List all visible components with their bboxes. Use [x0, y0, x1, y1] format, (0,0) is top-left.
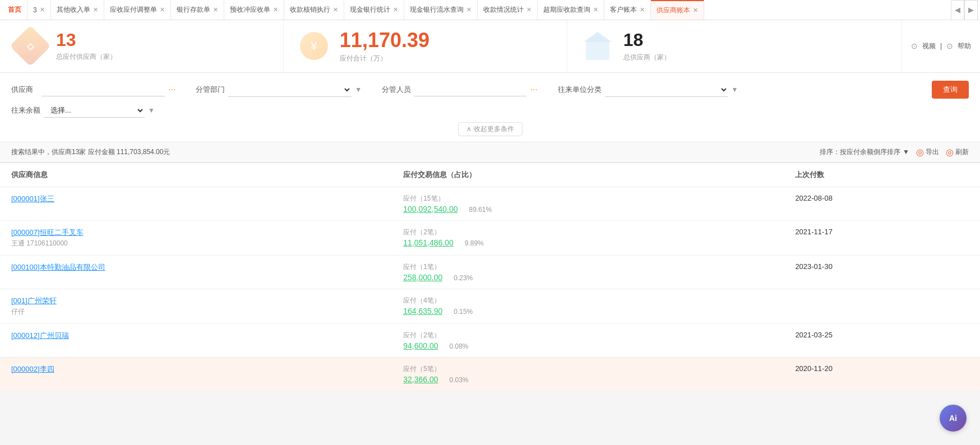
filter-row-2: 往来余额 选择... ▼	[11, 103, 969, 118]
nav-tab-cash-stat[interactable]: 现金银行统计 ✕	[344, 0, 404, 20]
supplier-dots-icon[interactable]: ···	[168, 85, 175, 95]
close-icon[interactable]: ✕	[273, 6, 278, 13]
payable-total-label: 应付合计（万）	[340, 54, 429, 63]
store-body	[586, 42, 609, 60]
total-payable-suppliers-number: 13	[56, 30, 117, 50]
nav-tab-customer-label: 客户账本	[610, 5, 637, 15]
nav-tab-ar-ap[interactable]: 应收应付调整单 ✕	[104, 0, 171, 20]
refresh-button[interactable]: ◎ 刷新	[946, 147, 969, 157]
nav-tab-overdue-label: 超期应收款查询	[543, 5, 590, 15]
nav-tab-receipt-verify[interactable]: 收款核销执行 ✕	[284, 0, 344, 20]
filter-dept: 分管部门 ▼	[196, 82, 362, 97]
nav-next-arrow[interactable]: ▶	[964, 0, 978, 20]
tx-info-cell: 应付（5笔）32,366.000.03%	[392, 357, 784, 391]
close-icon[interactable]: ✕	[213, 6, 218, 13]
table-row: [000100]本特勤油品有限公司应付（1笔）258,000.000.23%20…	[0, 255, 980, 289]
nav-tab-prepay[interactable]: 预收冲应收单 ✕	[224, 0, 284, 20]
tx-info-cell: 应付（15笔）100,092,540.0089.61%	[392, 187, 784, 220]
diamond-inner: ◇	[27, 41, 34, 52]
sort-button[interactable]: 排序：按应付余额倒序排序 ▼	[820, 147, 909, 157]
tx-amount[interactable]: 32,366.00	[403, 375, 438, 384]
person-dots-icon[interactable]: ···	[530, 85, 537, 95]
close-icon[interactable]: ✕	[526, 6, 531, 13]
nav-tab-3[interactable]: 3 ✕	[27, 0, 51, 20]
tx-amount[interactable]: 94,600.00	[403, 341, 438, 350]
supplier-link[interactable]: [000001]张三	[11, 194, 54, 203]
tx-percentage: 0.08%	[445, 342, 468, 350]
nav-prev-arrow[interactable]: ◀	[951, 0, 964, 20]
dept-select[interactable]	[228, 82, 352, 97]
close-icon[interactable]: ✕	[333, 6, 338, 13]
tx-info-cell: 应付（4笔）164,635.900.15%	[392, 289, 784, 323]
nav-tab-home[interactable]: 首页	[2, 0, 27, 20]
filter-row-1: 供应商 ··· 分管部门 ▼ 分管人员 ··· 往来单位分类 ▼ 查询	[11, 81, 969, 99]
close-icon[interactable]: ✕	[466, 6, 471, 13]
supplier-link[interactable]: [000007]恒旺二手叉车	[11, 228, 84, 237]
tx-info-cell: 应付（2笔）11,051,486.009.89%	[392, 220, 784, 255]
supplier-link[interactable]: [000100]本特勤油品有限公司	[11, 263, 105, 271]
person-input[interactable]	[414, 83, 526, 96]
video-link[interactable]: 视频	[922, 41, 936, 51]
th-supplier-info: 供应商信息	[0, 163, 392, 187]
supplier-sub-info: 王通 17106110000	[11, 239, 381, 248]
collapse-button[interactable]: ∧ 收起更多条件	[458, 122, 523, 136]
tx-amount[interactable]: 164,635.90	[403, 307, 442, 316]
nav-tab-cash-query-label: 现金银行流水查询	[410, 5, 464, 15]
query-button[interactable]: 查询	[932, 81, 969, 99]
th-tx-info: 应付交易信息（占比）	[392, 163, 784, 187]
supplier-link[interactable]: [000002]李四	[11, 365, 54, 373]
nav-tab-cash-query[interactable]: 现金银行流水查询 ✕	[404, 0, 478, 20]
tx-amount[interactable]: 100,092,540.00	[403, 205, 457, 214]
filter-balance: 往来余额 选择... ▼	[11, 103, 155, 118]
tx-percentage: 89.61%	[465, 206, 492, 214]
last-pay-cell: 2022-08-08	[784, 187, 980, 220]
close-icon[interactable]: ✕	[40, 6, 45, 13]
close-icon[interactable]: ✕	[393, 6, 398, 13]
close-icon[interactable]: ✕	[593, 6, 598, 13]
export-button[interactable]: ◎ 导出	[916, 147, 939, 157]
nav-tab-other-income[interactable]: 其他收入单 ✕	[51, 0, 104, 20]
nav-tab-prepay-label: 预收冲应收单	[230, 5, 270, 15]
tx-amount[interactable]: 258,000.00	[403, 273, 442, 282]
tx-percentage: 0.03%	[445, 376, 468, 384]
nav-tab-receipt-stat[interactable]: 收款情况统计 ✕	[478, 0, 538, 20]
filter-area: 供应商 ··· 分管部门 ▼ 分管人员 ··· 往来单位分类 ▼ 查询	[0, 73, 980, 142]
total-suppliers-number: 18	[623, 30, 671, 50]
video-circle-icon: ⊙	[911, 41, 918, 50]
help-link[interactable]: 帮助	[958, 41, 971, 51]
tx-label: 应付（2笔）	[403, 331, 773, 340]
tx-label: 应付（4笔）	[403, 296, 773, 305]
supplier-link[interactable]: [000012]广州贝瑞	[11, 331, 69, 340]
balance-select[interactable]: 选择...	[44, 103, 145, 118]
supplier-info-cell: [000001]张三	[0, 187, 392, 220]
nav-tab-bank[interactable]: 银行存款单 ✕	[171, 0, 224, 20]
dept-arrow-icon[interactable]: ▼	[355, 86, 362, 94]
filter-category: 往来单位分类 ▼	[558, 82, 738, 97]
total-suppliers-label: 总供应商（家）	[623, 53, 671, 62]
nav-tab-supplier-label: 供应商账本	[657, 6, 690, 15]
close-icon[interactable]: ✕	[693, 7, 698, 14]
last-pay-cell: 2020-11-20	[784, 357, 980, 391]
balance-arrow-icon[interactable]: ▼	[148, 106, 155, 114]
category-arrow-icon[interactable]: ▼	[732, 86, 738, 94]
person-filter-label: 分管人员	[382, 85, 411, 95]
export-circle-icon: ◎	[916, 147, 924, 157]
supplier-input[interactable]	[41, 83, 165, 96]
supplier-table: 供应商信息 应付交易信息（占比） 上次付数 [000001]张三应付（15笔）1…	[0, 163, 980, 391]
category-select[interactable]	[605, 82, 728, 97]
collapse-btn-label: 收起更多条件	[474, 124, 514, 134]
tx-info-cell: 应付（2笔）94,600.000.08%	[392, 323, 784, 357]
store-roof	[584, 32, 612, 42]
nav-tab-customer[interactable]: 客户账本 ✕	[604, 0, 651, 20]
table-wrap: 供应商信息 应付交易信息（占比） 上次付数 [000001]张三应付（15笔）1…	[0, 163, 980, 391]
supplier-link[interactable]: [001]广州荣轩	[11, 296, 57, 305]
tx-amount[interactable]: 11,051,486.00	[403, 238, 454, 247]
sort-arrow-icon: ▼	[903, 148, 909, 156]
sort-label: 排序：按应付余额倒序排序	[820, 147, 900, 157]
nav-tab-supplier[interactable]: 供应商账本 ✕	[651, 0, 704, 20]
close-icon[interactable]: ✕	[160, 6, 165, 13]
nav-tab-overdue[interactable]: 超期应收款查询 ✕	[538, 0, 604, 20]
close-icon[interactable]: ✕	[640, 6, 645, 13]
table-row: [000012]广州贝瑞应付（2笔）94,600.000.08%2021-03-…	[0, 323, 980, 357]
close-icon[interactable]: ✕	[93, 6, 98, 13]
